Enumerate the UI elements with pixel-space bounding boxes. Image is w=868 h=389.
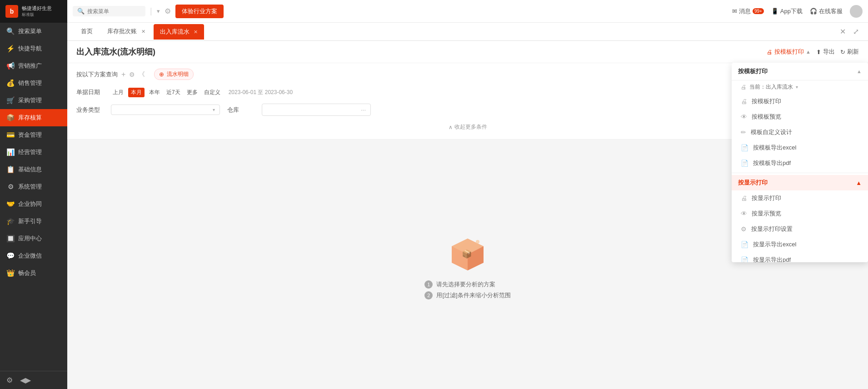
export-label: 导出: [823, 48, 835, 56]
topbar-search-input[interactable]: [87, 8, 133, 15]
dropdown-item-template-print[interactable]: 🖨 按模板打印: [732, 94, 868, 109]
dropdown-item-display-excel[interactable]: 📄 按显示导出excel: [732, 237, 868, 252]
divider-1: [732, 173, 868, 173]
customer-service-label: 在线客服: [819, 7, 843, 15]
excel-item-icon: 📄: [741, 144, 748, 151]
system-icon: ⚙: [6, 183, 15, 191]
filter-tag[interactable]: ⊕ 流水明细: [154, 69, 194, 80]
message-icon: ✉: [732, 8, 737, 15]
display-settings-icon: ⚙: [741, 225, 747, 233]
collapse-more-btn[interactable]: ∧ 收起更多条件: [446, 120, 490, 134]
dropdown-item-template-preview[interactable]: 👁 按模板预览: [732, 109, 868, 125]
display-settings-label: 按显示打印设置: [751, 225, 793, 233]
topbar: 🔍 | ▾ ⚙ 体验行业方案 ✉ 消息 99+ 📱 App下载 🎧 在线客服: [67, 0, 868, 23]
sidebar-item-label: 库存核算: [18, 114, 42, 122]
dropdown-item-display-print[interactable]: 🖨 按显示打印: [732, 190, 868, 206]
quick-nav-icon: ⚡: [6, 45, 15, 53]
current-label-row[interactable]: 🖨 当前：出入库流水 ▾: [732, 80, 868, 94]
tag-icon: ⊕: [159, 71, 164, 78]
date-shortcut-this-month[interactable]: 本月: [128, 88, 145, 97]
topbar-search[interactable]: 🔍: [73, 6, 145, 16]
date-shortcut-7days[interactable]: 近7天: [165, 88, 182, 97]
dropdown-item-template-pdf[interactable]: 📄 按模板导出pdf: [732, 155, 868, 171]
tab-batch-label: 库存批次账: [107, 28, 137, 35]
display-pdf-icon: 📄: [741, 256, 748, 262]
sidebar-item-inventory[interactable]: 📦 库存核算: [0, 109, 67, 126]
topbar-dropdown-icon[interactable]: ▾: [157, 8, 160, 15]
print-btn[interactable]: 🖨 按模板打印 ▲: [767, 48, 811, 56]
date-shortcut-last-month[interactable]: 上月: [111, 88, 125, 97]
filter-section-label: 按以下方案查询: [76, 70, 118, 79]
sidebar-item-app-center[interactable]: 🔲 应用中心: [0, 230, 67, 247]
settings-bottom-icon[interactable]: ⚙: [6, 376, 13, 384]
sidebar-item-marketing[interactable]: 📢 营销推广: [0, 57, 67, 75]
refresh-btn[interactable]: ↻ 刷新: [840, 48, 859, 56]
search-icon: 🔍: [6, 27, 15, 35]
svg-text:📦: 📦: [462, 249, 472, 259]
sidebar-item-label: 经营管理: [18, 148, 42, 156]
avatar[interactable]: [850, 5, 863, 18]
warehouse-more[interactable]: ···: [361, 106, 366, 113]
template-preview-label: 按模板预览: [752, 113, 781, 121]
sidebar-item-system[interactable]: ⚙ 系统管理: [0, 178, 67, 195]
sidebar-item-label: 搜索菜单: [18, 27, 42, 35]
sidebar-item-search[interactable]: 🔍 搜索菜单: [0, 23, 67, 40]
message-btn[interactable]: ✉ 消息 99+: [732, 7, 764, 15]
warehouse-select[interactable]: ···: [262, 104, 371, 116]
sidebar-item-member[interactable]: 👑 畅会员: [0, 264, 67, 282]
sidebar-item-basic[interactable]: 📋 基础信息: [0, 161, 67, 178]
dropdown-chevron-up[interactable]: ▲: [857, 69, 862, 74]
dropdown-item-display-pdf[interactable]: 📄 按显示导出pdf: [732, 252, 868, 262]
tab-batch-close[interactable]: ✕: [141, 29, 145, 34]
tab-expand[interactable]: ⤢: [851, 25, 861, 38]
export-icon: ⬆: [816, 49, 821, 55]
industry-btn[interactable]: 体验行业方案: [175, 5, 224, 18]
sidebar-item-weixin[interactable]: 💬 企业微信: [0, 247, 67, 264]
customer-service-btn[interactable]: 🎧 在线客服: [810, 7, 843, 15]
tab-home[interactable]: 首页: [75, 24, 99, 40]
display-print-label: 按显示打印: [752, 194, 781, 202]
dropdown-item-display-settings[interactable]: ⚙ 按显示打印设置: [732, 221, 868, 237]
sidebar-item-operations[interactable]: 📊 经营管理: [0, 144, 67, 161]
tag-label: 流水明细: [167, 70, 189, 78]
topbar-settings-icon[interactable]: ⚙: [165, 7, 171, 15]
date-shortcut-custom[interactable]: 自定义: [202, 88, 222, 97]
sidebar-item-label: 企业协同: [18, 200, 42, 208]
empty-step-1: 1 请先选择要分析的方案: [424, 280, 510, 289]
finance-icon: 💳: [6, 131, 15, 139]
tab-close-all[interactable]: ✕: [838, 25, 848, 38]
display-section-header[interactable]: 按显示打印 ▲: [732, 175, 868, 190]
sidebar-item-sales[interactable]: 💰 销售管理: [0, 75, 67, 92]
sidebar-item-cooperation[interactable]: 🤝 企业协同: [0, 195, 67, 213]
dropdown-item-template-custom[interactable]: ✏ 模板自定义设计: [732, 125, 868, 140]
display-section-label: 按显示打印: [738, 179, 768, 187]
message-badge: 99+: [753, 8, 764, 14]
current-label-text: 当前：出入库流水: [749, 83, 793, 91]
export-btn[interactable]: ⬆ 导出: [816, 48, 835, 56]
refresh-icon: ↻: [840, 49, 845, 55]
sidebar-item-quick-nav[interactable]: ⚡ 快捷导航: [0, 40, 67, 57]
current-template-icon: 🖨: [741, 84, 747, 90]
app-download-btn[interactable]: 📱 App下载: [771, 7, 803, 15]
date-shortcut-more[interactable]: 更多: [185, 88, 200, 97]
dropdown-item-display-preview[interactable]: 👁 按显示预览: [732, 206, 868, 221]
filter-settings-btn[interactable]: ⚙: [129, 71, 135, 78]
date-shortcut-this-year[interactable]: 本年: [147, 88, 162, 97]
dropdown-item-template-excel[interactable]: 📄 按模板导出excel: [732, 140, 868, 155]
sidebar-item-guide[interactable]: 🎓 新手引导: [0, 213, 67, 230]
display-preview-label: 按显示预览: [752, 209, 781, 218]
filter-add-btn[interactable]: +: [121, 70, 125, 79]
collapse-sidebar-icon[interactable]: ◀▶: [20, 376, 31, 384]
sidebar-item-label: 快捷导航: [18, 45, 42, 53]
biz-type-select[interactable]: ▾: [111, 105, 220, 115]
display-pdf-label: 按显示导出pdf: [753, 256, 791, 262]
empty-steps: 1 请先选择要分析的方案 2 用[过滤]条件来缩小分析范围: [424, 280, 510, 299]
sidebar-item-finance[interactable]: 💳 资金管理: [0, 126, 67, 144]
filter-collapse-btn[interactable]: 《: [139, 70, 145, 79]
tab-batch[interactable]: 库存批次账 ✕: [101, 24, 152, 40]
sidebar-item-purchase[interactable]: 🛒 采购管理: [0, 92, 67, 109]
tab-flow[interactable]: 出入库流水 ✕: [154, 24, 205, 40]
tab-flow-close[interactable]: ✕: [194, 29, 198, 35]
date-field-label: 单据日期: [76, 88, 104, 96]
collapse-more-label: 收起更多条件: [454, 123, 487, 131]
